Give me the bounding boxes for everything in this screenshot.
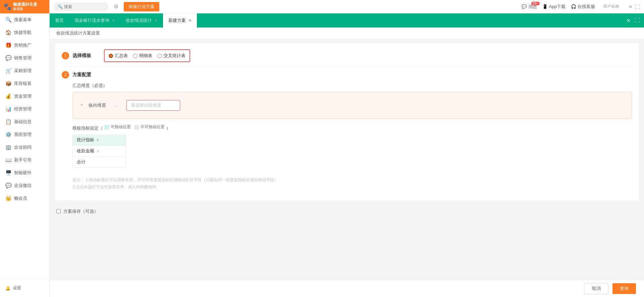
dimension-area: * 纵向维度 → 请选择分组维度 [72,92,632,119]
legend-non-draggable-label: 不可拖动位置 [141,124,165,130]
search-input[interactable] [64,4,104,9]
sidebar-item-label: 库存核算 [14,81,32,87]
tab-close-icon[interactable]: ✕ [626,17,631,24]
sales-icon: 💬 [5,55,11,61]
sidebar-item-label: 企业协同 [14,144,32,150]
tab-bank-flow[interactable]: 现金银行流水查询 ✕ [69,13,120,28]
sidebar-item-system[interactable]: ⚙️ 系统管理 [0,128,49,141]
metric-row-dropdown-icon[interactable]: ∨ [97,149,99,153]
sidebar-item-management[interactable]: 📊 经营管理 [0,103,49,115]
sidebar-item-label: 销售管理 [14,55,32,61]
username-text: 用户名称 [603,4,619,9]
legend-draggable-label: 可拖动位置 [111,124,131,130]
bottom-bar: 取消 查询 [50,280,644,297]
sidebar-footer: 🔔 设置 [0,279,49,297]
query-button[interactable]: 查询 [612,283,636,294]
sidebar-item-sales[interactable]: 💬 销售管理 [0,52,49,64]
tab-receipt-stat-label: 收款情况统计 [126,17,152,23]
tab-home-label: 首页 [55,17,64,23]
dimension-title: 汇总维度（必选） [72,83,632,89]
sidebar-item-label: 企业微信 [14,183,32,189]
home-icon: 🏠 [5,30,11,36]
tab-new-plan[interactable]: 新建方案 ✕ [163,13,197,28]
sidebar-nav: 🔍 搜索菜单 🏠 快捷导航 🎁 营销推广 💬 销售管理 🛒 采购管理 📦 库存核… [0,13,49,279]
search-box[interactable]: 🔍 [54,2,108,11]
logo-icon: 🐾 [3,3,12,11]
edition-text: 标准版 [13,7,37,11]
sidebar-item-enterprise[interactable]: 🏢 企业协同 [0,141,49,154]
dimension-select[interactable]: 请选择分组维度 [126,100,180,111]
step1-label-text: 选择模板 [72,53,91,58]
dim-arrow-icon: → [114,103,118,108]
tab-bank-flow-close-icon[interactable]: ✕ [112,18,115,23]
save-checkbox[interactable] [56,209,61,213]
sidebar-item-capital[interactable]: 💰 资金管理 [0,90,49,103]
dimension-block: 汇总维度（必选） * 纵向维度 → 请选择分组维度 [72,83,632,119]
sidebar-logo: 🐾 畅捷通好生意 标准版 [0,0,49,13]
tab-home[interactable]: 首页 [50,13,69,28]
radio-cross[interactable]: 交叉统计表 [158,53,185,59]
sidebar-item-label: 畅会员 [14,195,27,201]
sidebar-item-hardware[interactable]: 🖥️ 智能硬件 [0,166,49,179]
step2-circle: 2 [62,71,69,79]
sidebar-item-label: 经营管理 [14,106,32,112]
metric-row-payment[interactable]: 收款金额 ∨ [73,145,126,156]
sidebar-item-inventory[interactable]: 📦 库存核算 [0,77,49,90]
member-icon: 👑 [5,195,11,201]
tab-receipt-stat-close-icon[interactable]: ✕ [155,18,158,23]
cancel-button[interactable]: 取消 [584,283,608,294]
radio-summary-input[interactable] [109,54,113,58]
basic-info-icon: 📋 [5,119,11,125]
app-download[interactable]: 📱 App下载 [542,4,566,10]
tab-new-plan-close-icon[interactable]: ✕ [189,18,192,23]
system-icon: ⚙️ [5,132,11,138]
tab-receipt-stat[interactable]: 收款情况统计 ✕ [120,13,163,28]
metric-title-row: 模板指标设定（ 可拖动位置 不可拖动位置 ） [72,124,632,131]
sidebar-item-label: 系统管理 [14,132,32,138]
step1-title: 选择模板 [72,53,91,59]
message-badge[interactable]: 💬 99+ 消息 [522,4,537,10]
main-card: 1 选择模板 汇总表 明细表 交叉统计表 [55,43,639,200]
save-label[interactable]: 方案保存（可选） [63,208,98,214]
sidebar-item-purchase[interactable]: 🛒 采购管理 [0,64,49,77]
step1-label: 1 选择模板 汇总表 明细表 交叉统计表 [62,49,632,62]
service-icon: 🎧 [571,4,576,9]
metric-row-total-label: 合计 [77,159,86,164]
sidebar-item-guide[interactable]: 📖 新手引导 [0,154,49,166]
sidebar-item-search-menu[interactable]: 🔍 搜索菜单 [0,13,49,26]
required-mark: * [81,103,83,108]
sidebar-item-marketing[interactable]: 🎁 营销推广 [0,39,49,52]
topbar-right: 💬 99+ 消息 📱 App下载 🎧 在线客服 用户名称 [522,4,619,10]
sidebar-item-basic-info[interactable]: 📋 基础信息 [0,115,49,128]
footer-icon1: 🔔 [5,286,10,291]
radio-detail-input[interactable] [133,54,138,58]
sidebar-item-quick-nav[interactable]: 🏠 快捷导航 [0,26,49,39]
tab-new-plan-label: 新建方案 [168,17,186,23]
online-service[interactable]: 🎧 在线客服 [571,4,595,10]
app-icon: 📱 [542,4,548,9]
trial-button[interactable]: 体验行业方案 [124,2,159,11]
tips-section: 提示： 1.拖动标题栏可以调整布局，不可跨维度或指标区域拖动栏目字段（只能在同一… [72,173,632,194]
radio-detail[interactable]: 明细表 [133,53,152,59]
sidebar-item-label: 采购管理 [14,68,32,74]
sidebar-item-label: 资金管理 [14,93,32,99]
tab-restore-icon[interactable]: ⛶ [635,17,640,24]
legend-draggable-dot [104,125,109,130]
dimension-placeholder: 请选择分组维度 [131,102,161,108]
sidebar-footer-item1[interactable]: 🔔 设置 [0,282,49,294]
capital-icon: 💰 [5,93,11,99]
radio-cross-input[interactable] [158,54,162,58]
sidebar: 🐾 畅捷通好生意 标准版 🔍 搜索菜单 🏠 快捷导航 🎁 营销推广 💬 销售管理… [0,0,50,297]
sidebar-item-label: 搜索菜单 [14,17,32,23]
legend-non-draggable-dot [134,125,139,130]
gear-icon[interactable]: ⚙ [114,3,118,10]
metric-group-header[interactable]: 统计指标 ∨ [73,135,126,145]
enterprise-icon: 🏢 [5,144,11,150]
sidebar-item-member[interactable]: 👑 畅会员 [0,192,49,205]
sidebar-item-wechat[interactable]: 💬 企业微信 [0,179,49,192]
metric-table: 统计指标 ∨ 收款金额 ∨ 合计 [72,135,126,168]
close-window-icon[interactable]: ✕ [629,4,633,9]
maximize-window-icon[interactable]: ⛶ [635,4,640,9]
radio-summary[interactable]: 汇总表 [109,53,128,59]
divider1 [62,67,632,67]
